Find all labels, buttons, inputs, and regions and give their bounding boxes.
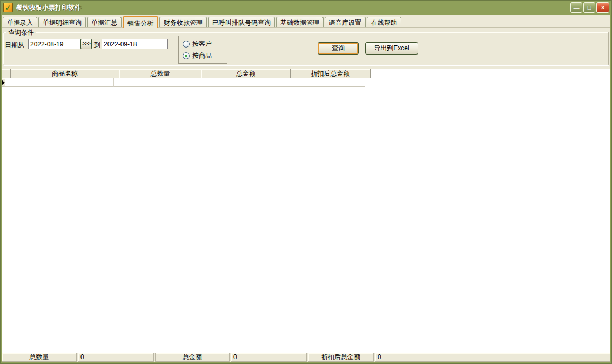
status-total-qty-label: 总数量: [2, 353, 77, 362]
column-header-total-amount[interactable]: 总金额: [201, 69, 291, 78]
cell-total-qty[interactable]: [114, 78, 196, 87]
tab-order-summary[interactable]: 单据汇总: [87, 17, 122, 27]
app-icon: ✓: [3, 3, 13, 12]
grid-header-row: 商品名称 总数量 总金额 折扣后总金额: [2, 69, 610, 78]
column-header-discounted-amount[interactable]: 折扣后总金额: [291, 69, 371, 78]
cell-discounted-amount[interactable]: [285, 78, 365, 87]
row-indicator-cell: [2, 78, 5, 87]
date-from-input[interactable]: [28, 39, 80, 49]
date-to-label: 到: [94, 41, 100, 50]
tab-bar: 单据录入 单据明细查询 单据汇总 销售分析 财务收款管理 已呼叫排队号码查询 基…: [2, 16, 610, 28]
radio-icon-by-product[interactable]: [183, 52, 190, 59]
status-discounted-amount-value: 0: [375, 353, 610, 362]
results-grid[interactable]: 商品名称 总数量 总金额 折扣后总金额: [2, 69, 610, 353]
tab-sales-analysis[interactable]: 销售分析: [123, 16, 158, 28]
tab-base-data[interactable]: 基础数据管理: [276, 17, 324, 27]
close-button[interactable]: ✕: [596, 2, 609, 13]
group-by-radio-panel: 按客户 按商品: [178, 36, 227, 64]
table-row[interactable]: [2, 78, 610, 87]
date-picker-button[interactable]: >>>: [80, 39, 92, 49]
column-header-product-name[interactable]: 商品名称: [11, 69, 119, 78]
date-to-input[interactable]: [102, 39, 168, 49]
cell-total-amount[interactable]: [196, 78, 285, 87]
radio-by-customer[interactable]: 按客户: [183, 39, 212, 49]
app-window: ✓ 餐饮收银小票打印软件 — □ ✕ 单据录入 单据明细查询 单据汇总 销售分析…: [0, 0, 612, 364]
export-excel-button[interactable]: 导出到Excel: [365, 42, 418, 55]
tab-finance-management[interactable]: 财务收款管理: [159, 17, 207, 27]
title-bar: ✓ 餐饮收银小票打印软件 — □ ✕: [0, 0, 612, 15]
status-total-amount-value: 0: [231, 353, 307, 362]
query-conditions-label: 查询条件: [6, 28, 36, 37]
row-indicator-icon: [2, 80, 5, 85]
maximize-button[interactable]: □: [583, 2, 595, 13]
tab-voice-settings[interactable]: 语音库设置: [325, 17, 366, 27]
tab-online-help[interactable]: 在线帮助: [367, 17, 401, 27]
status-discounted-amount-label: 折扣后总金额: [308, 353, 374, 362]
radio-icon-by-customer[interactable]: [183, 41, 190, 48]
radio-by-product[interactable]: 按商品: [183, 51, 212, 60]
status-total-qty-value: 0: [78, 353, 154, 362]
client-area: 单据录入 单据明细查询 单据汇总 销售分析 财务收款管理 已呼叫排队号码查询 基…: [2, 15, 610, 362]
window-controls: — □ ✕: [570, 2, 609, 13]
query-button[interactable]: 查询: [318, 42, 359, 55]
status-total-amount-label: 总金额: [155, 353, 230, 362]
date-from-label: 日期从: [5, 41, 24, 50]
tab-order-entry[interactable]: 单据录入: [3, 17, 37, 27]
column-header-total-qty[interactable]: 总数量: [119, 69, 201, 78]
minimize-button[interactable]: —: [570, 2, 582, 13]
grid-indicator-header: [2, 69, 11, 78]
radio-by-customer-label: 按客户: [192, 39, 212, 49]
radio-by-product-label: 按商品: [192, 51, 212, 60]
tab-called-queue-query[interactable]: 已呼叫排队号码查询: [208, 17, 275, 27]
status-bar: 总数量 0 总金额 0 折扣后总金额 0: [2, 353, 610, 362]
tab-order-detail-query[interactable]: 单据明细查询: [38, 17, 86, 27]
window-title: 餐饮收银小票打印软件: [16, 3, 81, 12]
cell-product-name[interactable]: [5, 78, 114, 87]
